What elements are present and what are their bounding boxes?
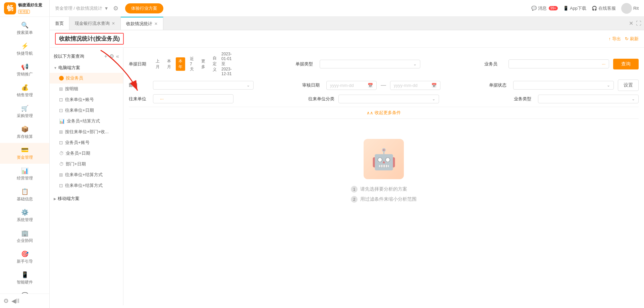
sidebar-item-inventory[interactable]: 📦 库存核算 [0,122,49,143]
tab-home-label: 首页 [55,20,64,27]
trial-button[interactable]: 体验行业方案 [125,3,163,13]
salesperson-settlement-label: 业务员+结算方式 [67,118,100,124]
sidebar-item-hardware[interactable]: 📱 智能硬件 [0,268,49,289]
user-avatar-img [621,3,632,14]
tree-item-customer-settlement2[interactable]: ⊞ 往来单位+结算方式 [50,169,123,180]
settings-button[interactable]: 设置 [618,80,639,91]
sidebar-item-search-menu[interactable]: 🔍 搜索菜单 [0,18,49,39]
tree-item-customer-dept-receipt[interactable]: ⊞ 按往来单位+部门+收... [50,126,123,137]
tab-bank-flow-close[interactable]: ✕ [112,21,115,26]
left-panel-header: 按以下方案查询 + ⚙ « [50,51,123,61]
quick-nav-icon: ⚡ [21,42,29,50]
tree-section-desktop: ▼ 电脑端方案 ↻ 按业务员 ⊞ 按明细 ⊡ 往来单位+账号 ⊡ 往来单位+ [50,61,123,192]
tree-item-by-salesperson[interactable]: ↻ 按业务员 [50,73,123,84]
customer-dept-receipt-icon: ⊞ [59,129,63,135]
tab-receipt-stats[interactable]: 收款情况统计 ✕ [121,17,163,30]
user-name: Rit [633,6,639,11]
sidebar-item-quick-nav[interactable]: ⚡ 快捷导航 [0,39,49,60]
collapse-panel-icon[interactable]: « [116,53,119,59]
tree-item-customer-date[interactable]: ⊡ 往来单位+日期 [50,105,123,116]
shortcut-more[interactable]: 更多 [199,57,208,71]
tree-section-mobile-header[interactable]: ▶ 移动端方案 [50,194,123,204]
dept-select[interactable]: ⌄ [153,81,254,90]
salesperson-select[interactable]: ··· [508,59,609,68]
shortcut-this-year[interactable]: 本年 [176,57,185,71]
salesperson-date-icon: ⏱ [59,151,64,156]
sidebar-item-enterprise[interactable]: 🏢 企业协同 [0,226,49,247]
sidebar-settings-icon[interactable]: ⚙ [3,297,9,305]
tab-close-all-icon[interactable]: ✕ [629,20,633,27]
topbar-settings-icon[interactable]: ⚙ [113,5,118,12]
doc-type-select[interactable]: ⌄ [320,60,420,68]
tab-home[interactable]: 首页 [50,17,69,30]
sidebar-item-sales[interactable]: 💰 销售管理 [0,81,49,101]
sidebar-item-finance[interactable]: 💳 资金管理 [0,143,49,164]
refresh-button[interactable]: ↻ 刷新 [625,36,639,42]
tab-bank-flow[interactable]: 现金银行流水查询 ✕ [69,17,121,30]
customer-type-select[interactable]: ⌄ [338,95,439,103]
topbar: 资金管理 / 收款情况统计 ▾ ⚙ 体验行业方案 💬 消息 99+ 📱 App下… [50,0,644,17]
sidebar-item-purchase[interactable]: 🛒 采购管理 [0,101,49,122]
dept-chevron: ⌄ [247,83,250,88]
collapse-bar[interactable]: ∧∧ 收起更多条件 [129,107,639,118]
tabbar: 首页 现金银行流水查询 ✕ 收款情况统计 ✕ ✕ ⛶ [50,17,644,30]
customer-select[interactable]: ··· [153,94,233,103]
export-button[interactable]: ↑ 导出 [609,36,621,42]
sidebar-item-operations[interactable]: 📊 经营管理 [0,164,49,185]
marketing-icon: 📢 [21,63,29,70]
sidebar-item-wechat[interactable]: 💬 企业微信 [0,289,49,294]
tree-item-customer-settlement3[interactable]: ⊡ 往来单位+结算方式 [50,180,123,191]
tab-expand-icon[interactable]: ⛶ [636,20,641,27]
messages-btn[interactable]: 💬 消息 99+ [531,5,558,11]
topbar-dropdown-icon[interactable]: ▾ [105,5,108,11]
shortcut-7days[interactable]: 近7天 [187,55,197,73]
collapse-label: 收起更多条件 [375,110,401,116]
business-type-select[interactable]: ⌄ [538,95,639,103]
by-detail-label: 按明细 [65,86,78,92]
tree-item-salesperson-settlement[interactable]: 📊 业务员+结算方式 [50,116,123,126]
sidebar-item-basic[interactable]: 📋 基础信息 [0,185,49,205]
shortcut-last-month[interactable]: 上月 [153,57,162,71]
sidebar-collapse-icon[interactable]: ◀II [11,297,19,305]
sidebar-item-system[interactable]: ⚙️ 系统管理 [0,205,49,226]
add-scheme-icon[interactable]: + [104,53,107,59]
page-title: 收款情况统计(按业务员) [55,33,124,45]
tree-item-dept-date[interactable]: ⏱ 部门+日期 [50,159,123,169]
tree-arrow-desktop: ▼ [54,66,57,70]
online-service-btn[interactable]: 🎧 在线客服 [592,5,616,11]
logo-icon: 畅 [4,2,16,14]
sidebar-item-guide[interactable]: 🎯 新手引导 [0,247,49,268]
review-date-from-input[interactable]: yyyy-mm-dd 📅 [326,81,377,90]
dept-date-label: 部门+日期 [66,161,86,167]
sidebar-item-label: 销售管理 [17,92,33,98]
tree-section-desktop-header[interactable]: ▼ 电脑端方案 [50,63,123,73]
empty-robot-icon: 🤖 [364,139,404,179]
shortcut-this-month[interactable]: 本月 [164,57,174,71]
user-avatar[interactable]: Rit [621,3,639,14]
message-icon: 💬 [531,6,537,11]
review-date-to-input[interactable]: yyyy-mm-dd 📅 [390,81,440,90]
business-type-chevron: ⌄ [632,97,635,101]
tree-item-salesperson-date[interactable]: ⏱ 业务员+日期 [50,148,123,159]
salesperson-more-icon[interactable]: ··· [602,61,605,66]
messages-label: 消息 [538,5,547,11]
doc-status-select[interactable]: ⌄ [513,81,614,90]
tab-receipt-stats-close[interactable]: ✕ [154,21,158,26]
customer-more-icon[interactable]: ··· [160,96,164,101]
query-button[interactable]: 查询 [613,59,639,69]
tab-bank-flow-label: 现金银行流水查询 [75,20,110,27]
salesperson-account-icon: ⊡ [59,140,63,145]
content-wrapper: 按以下方案查询 + ⚙ « ▼ 电脑端方案 ↻ 按业务员 ⊞ [50,48,644,305]
settings-scheme-icon[interactable]: ⚙ [109,53,114,59]
sidebar-item-label: 营销推广 [17,71,33,77]
tree-item-salesperson-account[interactable]: ⊡ 业务员+账号 [50,137,123,148]
tree-item-by-detail[interactable]: ⊞ 按明细 [50,84,123,94]
left-panel-actions: + ⚙ « [104,53,119,59]
salesperson-label: 业务员 [484,61,504,67]
tree-item-customer-account[interactable]: ⊡ 往来单位+账号 [50,94,123,105]
right-content: 单据日期 上月 本月 本年 近7天 更多 自定义 2023-01-01 至 20… [123,48,644,305]
app-download-btn[interactable]: 📱 App下载 [563,5,586,11]
sidebar-item-marketing[interactable]: 📢 营销推广 [0,60,49,81]
shortcut-custom[interactable]: 自定义 [210,54,219,73]
collapse-icon: ∧∧ [367,110,373,115]
